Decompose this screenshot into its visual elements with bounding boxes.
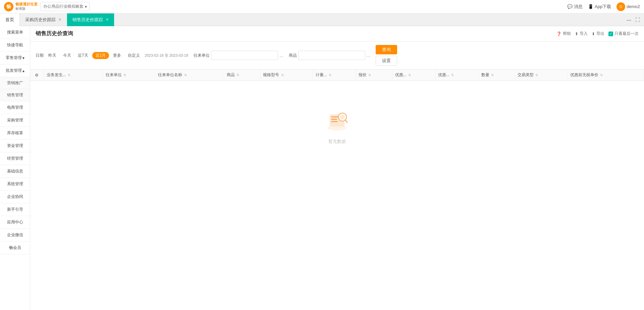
tab-sales-history-label: 销售历史价跟踪	[72, 17, 103, 23]
search-menu-label: 搜索菜单	[7, 30, 23, 35]
chevron-down-icon: ▾	[22, 56, 24, 60]
settings-icon: ⚙	[35, 73, 39, 78]
data-table: ⚙ 业务发生... ⇅ 往来单位 ⇅ 往来单位名称 ⇅	[30, 69, 644, 81]
sales-mgmt-label: 销售管理	[7, 93, 23, 97]
chevron-down-icon: ▾	[85, 4, 87, 9]
unit-label: 往来单位	[194, 53, 210, 58]
import-btn[interactable]: ⬆ 导入	[575, 31, 588, 37]
sidebar-item-app-center[interactable]: 应用中心	[0, 216, 30, 229]
ecommerce-label: 电商管理	[7, 105, 23, 110]
sidebar-item-wholesale-mgmt[interactable]: 批发管理 ▴	[0, 64, 30, 77]
query-button[interactable]: 查询	[376, 45, 397, 54]
sidebar-item-marketing[interactable]: 营销推广	[0, 77, 30, 89]
col-unit[interactable]: 计量... ⇅	[313, 69, 356, 81]
export-icon: ⬇	[592, 32, 595, 36]
logo-text: 畅捷通好生意 标准版	[15, 2, 38, 11]
col-qty[interactable]: 数量 ⇅	[478, 69, 515, 81]
col-settings[interactable]: ⚙	[30, 69, 44, 81]
minimize-btn[interactable]: —	[625, 16, 633, 23]
sort-icon: ⇅	[329, 73, 331, 77]
unit-input[interactable]	[211, 51, 278, 60]
account-dropdown[interactable]: 办公用品行业模拟账套 ▾	[40, 2, 90, 11]
tab-sales-history[interactable]: 销售历史价跟踪 ✕	[67, 13, 114, 26]
date-btn-custom[interactable]: 自定义	[125, 52, 143, 59]
top-bar-right: 💬 消息 📱 App下载 D demo2	[567, 2, 640, 11]
date-btn-last1month[interactable]: 近1月	[92, 52, 109, 59]
date-btn-today[interactable]: 今天	[60, 52, 74, 59]
sidebar-item-retail-mgmt[interactable]: 零售管理 ▾	[0, 52, 30, 64]
sort-icon: ⇅	[600, 73, 603, 77]
col-unit-name[interactable]: 往来单位名称 ⇅	[155, 69, 224, 81]
table-header-row: ⚙ 业务发生... ⇅ 往来单位 ⇅ 往来单位名称 ⇅	[30, 69, 644, 81]
col-biz-date[interactable]: 业务发生... ⇅	[44, 69, 103, 81]
col-price[interactable]: 报价 ⇅	[356, 69, 392, 81]
col-spec[interactable]: 规格型号 ⇅	[260, 69, 313, 81]
app-center-label: 应用中心	[7, 219, 23, 225]
sidebar-item-sales-mgmt[interactable]: 销售管理	[0, 89, 30, 101]
checkbox-icon: ✓	[608, 32, 613, 36]
sidebar-item-member[interactable]: 畅会员	[0, 242, 30, 254]
tab-purchase-history-close[interactable]: ✕	[58, 17, 61, 22]
export-btn[interactable]: ⬇ 导出	[592, 31, 604, 37]
sidebar-item-ecommerce[interactable]: 电商管理	[0, 101, 30, 114]
app-download-btn[interactable]: 📱 App下载	[588, 4, 611, 10]
sidebar-item-purchase[interactable]: 采购管理	[0, 114, 30, 127]
goods-dots[interactable]: ...	[367, 53, 371, 58]
tab-actions: — ⛶	[623, 16, 644, 23]
page-header: 销售历史价查询 ❓ 帮助 ⬆ 导入 ⬇ 导出 ✓ 只看最后一次	[30, 26, 644, 42]
sidebar-item-quick-nav[interactable]: 快捷导航	[0, 39, 30, 52]
table-container: ⚙ 业务发生... ⇅ 往来单位 ⇅ 往来单位名称 ⇅	[30, 69, 644, 310]
finance-label: 资金管理	[7, 143, 23, 149]
tab-purchase-history[interactable]: 采购历史价跟踪 ✕	[20, 13, 67, 26]
member-label: 畅会员	[9, 245, 21, 251]
message-btn[interactable]: 💬 消息	[567, 4, 583, 10]
sidebar-item-guide[interactable]: 新手引导	[0, 203, 30, 216]
sidebar-item-enterprise[interactable]: 企业协同	[0, 191, 30, 203]
sidebar: 搜索菜单 快捷导航 零售管理 ▾ 批发管理 ▴ 营销推广 销售管理 电商管理 采…	[0, 26, 30, 310]
user-profile[interactable]: D demo2	[616, 2, 640, 11]
tab-home[interactable]: 首页	[0, 13, 20, 26]
system-mgmt-label: 系统管理	[7, 181, 23, 187]
svg-line-7	[345, 120, 347, 122]
col-unit-code[interactable]: 往来单位 ⇅	[103, 69, 155, 81]
logo-icon: 畅	[4, 2, 13, 11]
empty-icon	[324, 108, 351, 135]
avatar: D	[616, 2, 625, 11]
unit-dots[interactable]: ...	[279, 53, 283, 58]
sidebar-item-corp-wechat[interactable]: 企业微信	[0, 229, 30, 242]
svg-rect-3	[331, 119, 337, 120]
tab-sales-history-close[interactable]: ✕	[106, 17, 109, 22]
help-btn[interactable]: ❓ 帮助	[556, 31, 571, 37]
sidebar-item-search-menu[interactable]: 搜索菜单	[0, 26, 30, 39]
goods-input[interactable]	[298, 51, 365, 60]
tab-home-label: 首页	[5, 17, 14, 23]
ops-mgmt-label: 经营管理	[7, 156, 23, 161]
settings-button[interactable]: 设置	[376, 56, 397, 66]
date-btn-more[interactable]: 更多	[110, 52, 124, 59]
date-btn-last7[interactable]: 近7天	[75, 52, 91, 59]
maximize-btn[interactable]: ⛶	[634, 16, 641, 23]
col-trade-type[interactable]: 交易类型 ⇅	[515, 69, 567, 81]
sidebar-item-inventory[interactable]: 库存核算	[0, 127, 30, 140]
empty-text: 暂无数据	[328, 139, 346, 145]
sidebar-item-ops-mgmt[interactable]: 经营管理	[0, 152, 30, 165]
phone-icon: 📱	[588, 4, 593, 9]
col-discount2[interactable]: 优惠... ⇅	[435, 69, 479, 81]
sidebar-item-system-mgmt[interactable]: 系统管理	[0, 178, 30, 191]
tab-bar: 首页 采购历史价跟踪 ✕ 销售历史价跟踪 ✕ — ⛶	[0, 13, 644, 26]
date-buttons: 昨天 今天 近7天 近1月 更多 自定义	[46, 52, 143, 59]
svg-rect-2	[331, 116, 339, 117]
help-icon: ❓	[556, 32, 561, 36]
col-pre-tax-price[interactable]: 优惠前无税单价 ⇅	[567, 69, 644, 81]
sidebar-item-basic-info[interactable]: 基础信息	[0, 165, 30, 178]
basic-info-label: 基础信息	[7, 168, 23, 174]
svg-rect-4	[331, 121, 338, 122]
sidebar-item-finance[interactable]: 资金管理	[0, 140, 30, 152]
corp-wechat-label: 企业微信	[7, 232, 23, 238]
sort-icon: ⇅	[451, 73, 454, 77]
date-btn-yesterday[interactable]: 昨天	[46, 52, 59, 59]
col-goods[interactable]: 商品 ⇅	[224, 69, 260, 81]
only-last-checkbox[interactable]: ✓ 只看最后一次	[608, 31, 639, 37]
sort-icon: ⇅	[535, 73, 538, 77]
col-discount1[interactable]: 优惠... ⇅	[392, 69, 435, 81]
